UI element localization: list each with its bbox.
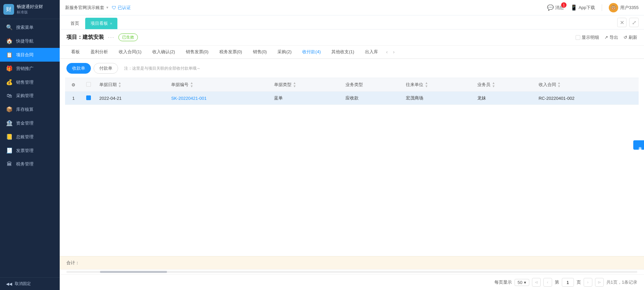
- tabs-prev-arrow[interactable]: ‹: [384, 46, 390, 58]
- sidebar-item-inventory[interactable]: 📦 库存核算: [0, 102, 60, 116]
- sidebar-item-ledger[interactable]: 📒 总账管理: [0, 130, 60, 144]
- divider: [602, 4, 602, 11]
- page-input[interactable]: [562, 278, 574, 287]
- tab-project-kanban[interactable]: 项目看板 ×: [85, 18, 117, 29]
- sidebar-item-label: 快捷导航: [16, 38, 34, 44]
- first-page-button[interactable]: ⊲: [532, 278, 541, 287]
- contract-icon: 📋: [6, 52, 13, 58]
- horizontal-scrollbar[interactable]: [66, 271, 637, 273]
- refresh-button[interactable]: ↺ 刷新: [624, 34, 637, 41]
- gift-icon: 🎁: [6, 65, 13, 72]
- sort-icon: ▲▼: [557, 81, 561, 88]
- maximize-window-button[interactable]: ⤢: [629, 18, 639, 27]
- sidebar-item-label: 销售管理: [16, 79, 34, 85]
- th-number[interactable]: 单据编号 ▲▼: [167, 78, 270, 92]
- sidebar-item-invoice[interactable]: 🧾 发票管理: [0, 144, 60, 157]
- sub-tab-income-confirm[interactable]: 收入确认(2): [148, 46, 180, 59]
- sub-tab-other-expense[interactable]: 其他收支(1): [327, 46, 359, 59]
- tabs-next-arrow[interactable]: ›: [391, 46, 397, 58]
- show-detail-checkbox[interactable]: 显示明细: [576, 34, 599, 41]
- sub-tab-profit[interactable]: 盈利分析: [86, 46, 113, 59]
- close-tab-icon[interactable]: ×: [110, 21, 112, 25]
- money-icon: 💰: [6, 79, 13, 85]
- last-page-button[interactable]: ⊳: [595, 278, 604, 287]
- tabs-bar: 首页 项目看板 × ✕ ⤢: [60, 15, 644, 29]
- total-bar: 合计：: [60, 256, 644, 269]
- topbar: 新服务官网演示账套 ▼ 🛡 已认证 💬 消息 1 📱 App下载 🐵 用户335…: [60, 0, 644, 15]
- app-label: App下载: [579, 5, 595, 11]
- row-checkbox[interactable]: [82, 92, 95, 105]
- select-all-checkbox[interactable]: [86, 82, 91, 87]
- checkbox-icon[interactable]: [576, 35, 580, 40]
- scrollbar-thumb[interactable]: [100, 271, 167, 273]
- sidebar-item-finance[interactable]: 🏦 资金管理: [0, 116, 60, 130]
- th-gear[interactable]: ⚙: [65, 78, 82, 92]
- project-title: 项目：建筑安装: [66, 34, 104, 41]
- invoice-icon: 🧾: [6, 147, 13, 154]
- per-page-select[interactable]: 50 ▾: [515, 279, 529, 286]
- avatar: 🐵: [609, 3, 618, 12]
- inner-tab-collection[interactable]: 收款单: [66, 63, 91, 74]
- sub-tab-sales-invoice[interactable]: 销售发票(0): [181, 46, 213, 59]
- sort-icon: ▲▼: [293, 81, 296, 88]
- project-label: 项目：: [66, 34, 83, 40]
- account-selector[interactable]: 新服务官网演示账套 ▼: [65, 5, 109, 11]
- th-date[interactable]: 单据日期 ▲▼: [95, 78, 167, 92]
- sidebar-item-quicknav[interactable]: 🏠 快捷导航: [0, 34, 60, 48]
- th-salesperson[interactable]: 业务员 ▲▼: [473, 78, 534, 92]
- row-number[interactable]: SK-20220421-001: [167, 92, 270, 105]
- pin-icon: ◀◀: [6, 282, 12, 286]
- sidebar-item-label: 项目合同: [16, 52, 34, 58]
- tab-home[interactable]: 首页: [65, 18, 85, 29]
- message-button[interactable]: 💬 消息 1: [547, 4, 564, 11]
- sub-tab-tax-invoice[interactable]: 税务发票(0): [215, 46, 247, 59]
- sub-tab-income-contract[interactable]: 收入合同(1): [114, 46, 146, 59]
- message-icon: 💬: [547, 4, 554, 11]
- prev-page-button[interactable]: ‹: [543, 278, 552, 287]
- table-row[interactable]: 1 2022-04-21 SK-20220421-001 蓝单 应收款 宏茂商场…: [65, 92, 639, 105]
- sidebar-item-purchase[interactable]: 🛍 采购管理: [0, 89, 60, 102]
- sidebar-item-projectcontract[interactable]: 📋 项目合同: [0, 48, 60, 62]
- logo-sub: 标准版: [17, 10, 43, 15]
- sub-tab-sales[interactable]: 销售(0): [248, 46, 272, 59]
- scroll-area: [60, 269, 644, 274]
- next-page-button[interactable]: ›: [584, 278, 592, 287]
- per-page-label: 每页显示: [494, 279, 512, 285]
- inner-tab-payment[interactable]: 付款单: [94, 63, 118, 74]
- sidebar-item-marketing[interactable]: 🎁 营销推广: [0, 62, 60, 75]
- user-name: 用户3355: [620, 5, 639, 11]
- sub-tab-kanban[interactable]: 看板: [66, 46, 85, 59]
- account-name: 新服务官网演示账套: [65, 5, 104, 11]
- sidebar-item-tax[interactable]: 🏛 税务管理: [0, 157, 60, 171]
- home-tab-label: 首页: [70, 20, 79, 26]
- feedback-button[interactable]: 意见反馈: [633, 140, 644, 150]
- user-menu[interactable]: 🐵 用户3355: [609, 3, 639, 12]
- close-window-button[interactable]: ✕: [617, 18, 627, 27]
- sub-tab-purchase[interactable]: 采购(2): [273, 46, 296, 59]
- box-icon: 📦: [6, 106, 13, 113]
- th-income-contract[interactable]: 收入合同 ▲▼: [535, 78, 639, 92]
- th-partner[interactable]: 往来单位 ▲▼: [402, 78, 473, 92]
- th-check[interactable]: [82, 78, 95, 92]
- sub-tab-inout[interactable]: 出入库: [360, 46, 383, 59]
- sidebar-unpin-button[interactable]: ◀◀ 取消固定: [0, 277, 60, 290]
- project-header: 项目：建筑安装 ··· 已生效 显示明细 ↗ 导出 ↺ 刷新: [60, 29, 644, 46]
- export-icon: ↗: [604, 35, 608, 40]
- sidebar-item-label: 资金管理: [16, 120, 34, 126]
- chevron-down-icon: ▾: [524, 280, 526, 285]
- certified-badge: 🛡 已认证: [112, 5, 131, 11]
- sidebar-item-search[interactable]: 🔍 搜索菜单: [0, 20, 60, 34]
- th-biz-type: 业务类型: [341, 78, 402, 92]
- sidebar-footer-label: 取消固定: [15, 281, 31, 287]
- app-download-button[interactable]: 📱 App下载: [571, 4, 595, 11]
- th-type[interactable]: 单据类型 ▲▼: [270, 78, 341, 92]
- export-button[interactable]: ↗ 导出: [604, 34, 618, 41]
- more-options-button[interactable]: ···: [108, 34, 114, 41]
- doc-link[interactable]: SK-20220421-001: [171, 96, 207, 101]
- sidebar-item-sales[interactable]: 💰 销售管理: [0, 75, 60, 89]
- sub-tab-collection[interactable]: 收付款(4): [298, 46, 325, 59]
- message-badge: 1: [561, 2, 567, 8]
- sort-icon: ▲▼: [190, 81, 193, 88]
- tax-icon: 🏛: [6, 161, 13, 167]
- bag-icon: 🛍: [6, 93, 13, 99]
